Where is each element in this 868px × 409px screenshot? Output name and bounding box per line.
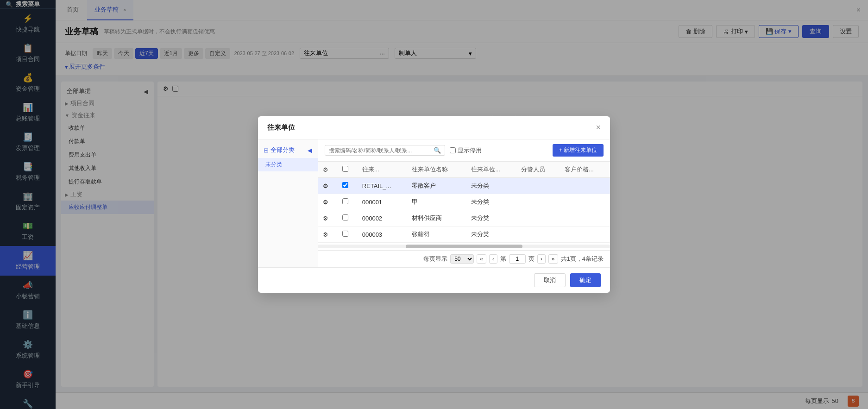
col-manager: 分管人员 [516,162,560,178]
show-disabled-label[interactable]: 显示停用 [450,146,482,155]
row-code: RETAIL_... [358,178,408,194]
col-price: 客户价格... [560,162,610,178]
cancel-button[interactable]: 取消 [534,273,566,287]
row-manager [516,194,560,210]
dialog-close-button[interactable]: × [596,123,601,132]
row-price [560,194,610,210]
col-checkbox [338,162,358,178]
row-settings-icon: ⚙ [318,210,338,227]
dialog-overlay[interactable]: 往来单位 × ⊞ 全部分类 ◀ 未分类 🔍 [0,0,868,409]
dialog-left-panel: ⊞ 全部分类 ◀ 未分类 [258,139,318,267]
row-name: 甲 [407,194,466,210]
row-manager [516,227,560,243]
table-row[interactable]: ⚙ 000001 甲 未分类 [318,194,610,210]
row-category: 未分类 [466,210,516,227]
table-row[interactable]: ⚙ RETAIL_... 零散客户 未分类 [318,178,610,194]
col-name: 往来单位名称 [407,162,466,178]
page-number-input[interactable] [509,254,526,264]
row-checkbox[interactable] [342,198,348,204]
dialog-scrollthumb[interactable] [406,245,522,248]
dialog-body: ⊞ 全部分类 ◀ 未分类 🔍 显示停用 + 新增往来单位 [258,139,610,267]
col-category: 往来单位... [466,162,516,178]
row-checkbox-cell[interactable] [338,227,358,243]
dialog-table-wrap: ⚙ 往来... 往来单位名称 往来单位... 分管人员 客户价格... ⚙ [318,162,610,243]
row-checkbox-cell[interactable] [338,194,358,210]
next-page-button[interactable]: › [537,254,546,264]
dialog-search-icon: 🔍 [434,147,441,154]
dialog-category-header: ⊞ 全部分类 ◀ [258,144,318,158]
row-name: 张筛得 [407,227,466,243]
row-price [560,227,610,243]
table-row[interactable]: ⚙ 000002 材料供应商 未分类 [318,210,610,227]
dialog-right-panel: 🔍 显示停用 + 新增往来单位 ⚙ 往来... [318,139,610,267]
dialog-header: 往来单位 × [258,116,610,139]
row-category: 未分类 [466,194,516,210]
row-checkbox[interactable] [342,214,348,220]
row-checkbox-cell[interactable] [338,178,358,194]
col-code: 往来... [358,162,408,178]
table-row[interactable]: ⚙ 000003 张筛得 未分类 [318,227,610,243]
row-code: 000003 [358,227,408,243]
row-name: 零散客户 [407,178,466,194]
row-name: 材料供应商 [407,210,466,227]
row-manager [516,178,560,194]
add-party-button[interactable]: + 新增往来单位 [553,144,604,157]
row-settings-icon: ⚙ [318,227,338,243]
row-category: 未分类 [466,178,516,194]
row-price [560,210,610,227]
prev-page-button[interactable]: ‹ [489,254,497,264]
party-dialog: 往来单位 × ⊞ 全部分类 ◀ 未分类 🔍 [258,116,610,293]
row-settings-icon: ⚙ [318,178,338,194]
dialog-search[interactable]: 🔍 [325,145,445,156]
row-checkbox[interactable] [342,231,348,237]
row-code: 000001 [358,194,408,210]
row-settings-icon: ⚙ [318,194,338,210]
dialog-pagination: 每页显示 50 20 100 « ‹ 第 页 › » 共1页，4条记录 [318,250,610,267]
row-category: 未分类 [466,227,516,243]
dialog-footer: 取消 确定 [258,267,610,293]
dialog-toolbar: 🔍 显示停用 + 新增往来单位 [318,139,610,162]
row-checkbox-cell[interactable] [338,210,358,227]
grid-icon: ⊞ [264,147,269,154]
confirm-button[interactable]: 确定 [570,273,601,287]
dialog-search-input[interactable] [329,147,431,154]
last-page-button[interactable]: » [548,254,558,264]
first-page-button[interactable]: « [477,254,486,264]
per-page-select[interactable]: 50 20 100 [450,254,474,264]
row-checkbox[interactable] [342,182,348,188]
row-code: 000002 [358,210,408,227]
row-manager [516,210,560,227]
row-price [560,178,610,194]
dialog-title: 往来单位 [267,123,295,132]
show-disabled-checkbox[interactable] [450,147,456,153]
dialog-scrollbar[interactable] [318,245,610,248]
dialog-select-all[interactable] [342,166,348,172]
dialog-table: ⚙ 往来... 往来单位名称 往来单位... 分管人员 客户价格... ⚙ [318,162,610,243]
dialog-category-unclassified[interactable]: 未分类 [258,158,318,171]
dialog-collapse-icon[interactable]: ◀ [308,147,312,154]
col-settings: ⚙ [318,162,338,178]
